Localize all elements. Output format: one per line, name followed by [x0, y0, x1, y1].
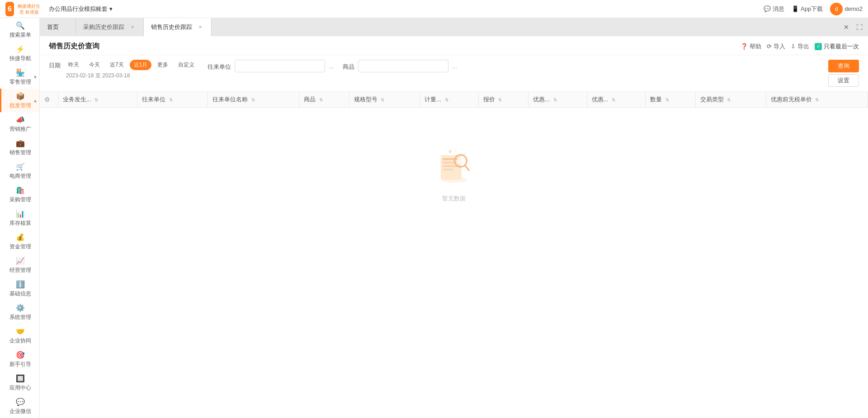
sort-icon-partner-name[interactable]: ⇅ [251, 97, 255, 102]
product-filter-group: 商品 ... [343, 60, 457, 72]
trade-type-col-label: 交易类型 [700, 96, 724, 103]
home-tab[interactable]: 首页 [40, 18, 76, 36]
sidebar-label-purchase: 采购管理 [9, 196, 31, 204]
sidebar-item-retail[interactable]: 🏪 零售管理 ▼ [0, 65, 39, 89]
sidebar-item-ecommerce[interactable]: 🛒 电商管理 [0, 159, 39, 183]
sort-icon-discount1[interactable]: ⇅ [553, 97, 557, 102]
sidebar-item-marketing[interactable]: 📣 营销推广 [0, 112, 39, 136]
last1month-btn[interactable]: 近1月 [130, 60, 152, 70]
date-filter-label: 日期 [49, 60, 61, 70]
business-date-col-header: 业务发生... ⇅ [58, 92, 137, 108]
sidebar-item-system[interactable]: ⚙️ 系统管理 [0, 300, 39, 324]
partner-name-col-header: 往来单位名称 ⇅ [208, 92, 299, 108]
only-last-checkbox-label[interactable]: ✓ 只看最后一次 [815, 43, 859, 51]
user-profile-btn[interactable]: d demo2 [830, 3, 863, 15]
page-header-actions: ❓ 帮助 ⟳ 导入 ⇩ 导出 ✓ 只看最后一次 [741, 43, 859, 51]
settings-btn[interactable]: 设置 [828, 74, 859, 87]
sidebar-item-collab[interactable]: 🤝 企业协同 [0, 324, 39, 347]
import-btn[interactable]: ⟳ 导入 [767, 43, 785, 51]
product-input[interactable] [358, 60, 448, 72]
sidebar-item-search-menu[interactable]: 🔍 搜索菜单 [0, 18, 39, 42]
sidebar-item-guide[interactable]: 🎯 新手引导 [0, 347, 39, 371]
sort-icon-trade-type[interactable]: ⇅ [727, 97, 731, 102]
last7days-btn[interactable]: 近7天 [106, 60, 128, 70]
query-btn[interactable]: 查询 [828, 60, 859, 72]
dropdown-icon: ▾ [109, 5, 113, 12]
custom-date-btn[interactable]: 自定义 [174, 60, 198, 70]
svg-rect-4 [443, 166, 458, 167]
sales-history-tab[interactable]: 销售历史价跟踪 × [144, 18, 212, 36]
date-range-text: 2023-02-18 至 2023-03-18 [66, 72, 198, 80]
sort-icon-discount2[interactable]: ⇅ [612, 97, 615, 102]
sidebar-item-sales[interactable]: 💼 销售管理 [0, 136, 39, 159]
table-header-row: ⚙ 业务发生... ⇅ 往来单位 ⇅ 往来单位名称 [40, 92, 868, 108]
empty-text: 暂无数据 [442, 195, 466, 203]
purchase-icon: 🛍️ [16, 186, 25, 195]
spec-col-header: 规格型号 ⇅ [349, 92, 420, 108]
sidebar-label-ecommerce: 电商管理 [9, 172, 31, 180]
product-dots[interactable]: ... [452, 63, 457, 70]
page-title: 销售历史价查询 [49, 42, 99, 51]
appcenter-icon: 🔲 [16, 374, 25, 383]
finance-icon: 💰 [16, 233, 25, 242]
sidebar-item-quick-nav[interactable]: ⚡ 快捷导航 [0, 42, 39, 65]
app-selector[interactable]: 办公用品行业模拟账套 ▾ [45, 3, 116, 15]
discount2-col-header: 优惠... ⇅ [587, 92, 646, 108]
lightning-icon: ⚡ [16, 45, 25, 53]
sidebar-item-finance[interactable]: 💰 资金管理 [0, 230, 39, 253]
sidebar-item-wholesale[interactable]: 📦 批发管理 ▲ [0, 89, 39, 112]
product-col-label: 商品 [304, 96, 316, 103]
guide-icon: 🎯 [16, 351, 25, 359]
sidebar-label-system: 系统管理 [9, 314, 31, 321]
app-download-btn[interactable]: 📱 App下载 [792, 5, 823, 13]
sort-icon-spec[interactable]: ⇅ [381, 97, 384, 102]
sort-icon-quote[interactable]: ⇅ [498, 97, 502, 102]
partner-dots[interactable]: ... [329, 63, 334, 70]
message-btn[interactable]: 💬 消息 [764, 5, 784, 13]
sidebar-label-sales: 销售管理 [9, 149, 31, 157]
expand-btn[interactable]: ⛶ [854, 23, 864, 32]
sort-icon-pre-discount[interactable]: ⇅ [815, 97, 819, 102]
date-buttons: 昨天 今天 近7天 近1月 更多 自定义 [64, 60, 198, 70]
sidebar-item-basicinfo[interactable]: ℹ️ 基础信息 [0, 277, 39, 300]
purchase-history-tab[interactable]: 采购历史价跟踪 × [76, 18, 144, 36]
export-label: 导出 [797, 43, 809, 51]
sort-icon-unit[interactable]: ⇅ [445, 97, 448, 102]
partner-input[interactable] [235, 60, 325, 72]
app-name-label: 办公用品行业模拟账套 [49, 5, 108, 13]
spec-col-label: 规格型号 [354, 96, 377, 103]
sidebar: 🔍 搜索菜单 ⚡ 快捷导航 🏪 零售管理 ▼ 📦 批发管理 ▲ 📣 营销推广 💼… [0, 18, 40, 418]
sidebar-item-appcenter[interactable]: 🔲 应用中心 [0, 371, 39, 394]
business-date-col-label: 业务发生... [63, 96, 91, 103]
content-area: 首页 采购历史价跟踪 × 销售历史价跟踪 × ✕ ⛶ 销售历史价查询 [40, 18, 868, 418]
today-btn[interactable]: 今天 [85, 60, 104, 70]
yesterday-btn[interactable]: 昨天 [64, 60, 83, 70]
sidebar-label-operation: 经营管理 [9, 266, 31, 274]
sidebar-item-inventory[interactable]: 📊 库存核算 [0, 206, 39, 230]
more-date-btn[interactable]: 更多 [153, 60, 172, 70]
export-btn[interactable]: ⇩ 导出 [791, 43, 809, 51]
sales-history-close-icon[interactable]: × [197, 24, 204, 31]
header-right: 💬 消息 📱 App下载 d demo2 [764, 3, 863, 15]
purchase-history-close-icon[interactable]: × [129, 24, 136, 31]
help-btn[interactable]: ❓ 帮助 [741, 43, 761, 51]
close-all-tabs-btn[interactable]: ✕ [842, 23, 851, 32]
logo-icon: 6 [5, 2, 14, 16]
system-icon: ⚙️ [16, 304, 25, 312]
table-container: ⚙ 业务发生... ⇅ 往来单位 ⇅ 往来单位名称 [40, 92, 868, 418]
sort-icon-partner[interactable]: ⇅ [169, 97, 173, 102]
sidebar-label-finance: 资金管理 [9, 243, 31, 251]
settings-col-header: ⚙ [40, 92, 58, 108]
message-label: 消息 [773, 5, 784, 13]
sidebar-item-operation[interactable]: 📈 经营管理 [0, 253, 39, 277]
logo-area: 6 畅捷通好生意 标准版 [5, 2, 42, 16]
sort-icon-business-date[interactable]: ⇅ [94, 97, 98, 102]
sidebar-item-enterprise-wechat[interactable]: 💬 企业微信 [0, 394, 39, 418]
settings-gear-icon[interactable]: ⚙ [44, 96, 50, 103]
sidebar-label-wholesale: 批发管理 [9, 102, 31, 109]
trade-type-col-header: 交易类型 ⇅ [695, 92, 766, 108]
sort-icon-qty[interactable]: ⇅ [665, 97, 669, 102]
logo-text: 畅捷通好生意 标准版 [17, 3, 42, 15]
sidebar-item-purchase[interactable]: 🛍️ 采购管理 [0, 183, 39, 206]
sort-icon-product[interactable]: ⇅ [319, 97, 323, 102]
